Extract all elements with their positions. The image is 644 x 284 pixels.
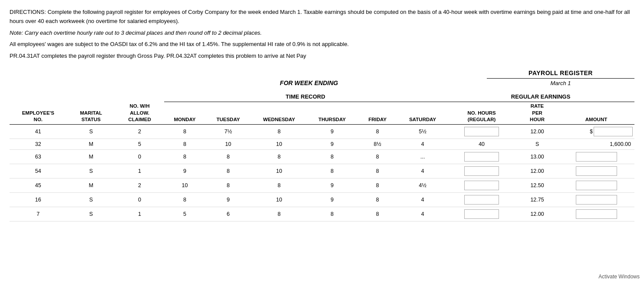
hours-input[interactable]: [464, 181, 499, 190]
cell-value: 8: [376, 129, 379, 135]
hours-input[interactable]: [464, 166, 499, 176]
input-cell[interactable]: [558, 164, 634, 178]
hours-input[interactable]: [464, 152, 499, 162]
data-cell: 10: [251, 139, 307, 149]
amount-input[interactable]: [594, 127, 633, 136]
amount-input[interactable]: [576, 152, 617, 162]
directions-line4: PR.04.31AT completes the payroll registe…: [10, 52, 634, 61]
input-cell[interactable]: [558, 192, 634, 207]
input-cell[interactable]: [447, 149, 516, 164]
input-cell[interactable]: [558, 149, 634, 164]
input-cell[interactable]: [447, 178, 516, 192]
data-cell: 8: [164, 192, 206, 207]
data-cell: 9: [307, 178, 357, 192]
data-cell: 8: [205, 178, 251, 192]
input-cell[interactable]: [447, 192, 516, 207]
regular-earnings-header: REGULAR EARNINGS: [447, 91, 634, 102]
data-cell: S: [67, 192, 116, 207]
data-cell: 8: [357, 178, 398, 192]
data-cell: 10: [164, 178, 206, 192]
cell-value: 8: [277, 182, 281, 188]
payroll-table: TIME RECORD REGULAR EARNINGS EMPLOYEE'SN…: [10, 91, 634, 221]
input-cell[interactable]: [447, 207, 516, 221]
payroll-register-title: PAYROLL REGISTER: [487, 69, 634, 76]
cell-value: 8½: [374, 141, 381, 147]
cell-value: 0: [138, 154, 141, 160]
table-row: 41S287½8985½12.00$: [10, 125, 634, 139]
cell-value: 1: [138, 211, 141, 217]
col-thursday: THURSDAY: [307, 102, 357, 124]
data-cell: S: [67, 164, 116, 178]
directions-line2: Note: Carry each overtime hourly rate ou…: [10, 29, 634, 38]
table-body: 41S287½8985½12.00$32M58101098½440S1,600.…: [10, 125, 634, 221]
column-header-row: EMPLOYEE'SNO. MARITALSTATUS NO. W/HALLOW…: [10, 102, 634, 124]
cell-value: 5: [183, 211, 186, 217]
header-section: FOR WEEK ENDING PAYROLL REGISTER March 1: [10, 69, 634, 86]
data-cell: 32: [10, 139, 67, 149]
data-cell: 8: [357, 125, 398, 139]
cell-value: 9: [330, 141, 334, 147]
amount-input[interactable]: [576, 166, 617, 176]
cell-value: 8: [183, 141, 186, 147]
hours-input[interactable]: [464, 209, 499, 219]
cell-value: 5½: [419, 129, 426, 135]
cell-value: 40: [479, 141, 485, 147]
cell-value: 63: [35, 154, 41, 160]
col-emp-no: EMPLOYEE'SNO.: [10, 102, 67, 124]
dollar-prefix: $: [590, 129, 594, 135]
directions-line3: All employees' wages are subject to the …: [10, 40, 634, 49]
amount-input[interactable]: [576, 181, 617, 190]
data-cell: M: [67, 178, 116, 192]
data-cell: 10: [251, 192, 307, 207]
data-cell: 7½: [205, 125, 251, 139]
data-cell: 8: [251, 149, 307, 164]
cell-value: S: [89, 168, 92, 174]
cell-value: 10: [276, 197, 282, 203]
data-cell: 4: [398, 192, 447, 207]
data-cell: 12.75: [516, 192, 558, 207]
data-cell: 8: [251, 125, 307, 139]
cell-value: M: [89, 141, 93, 147]
data-cell: 4: [398, 164, 447, 178]
data-cell: 54: [10, 164, 67, 178]
input-cell[interactable]: [558, 207, 634, 221]
cell-value: 4: [421, 211, 424, 217]
cell-value: 9: [183, 168, 186, 174]
data-cell: 63: [10, 149, 67, 164]
cell-value: 8: [183, 129, 186, 135]
cell-value: 9: [330, 182, 334, 188]
col-friday: FRIDAY: [357, 102, 398, 124]
col-no-hours: NO. HOURS(REGULAR): [447, 102, 516, 124]
cell-value: 4: [421, 197, 424, 203]
cell-value: S: [89, 197, 92, 203]
table-row: 32M58101098½440S1,600.00: [10, 139, 634, 149]
time-record-header: TIME RECORD: [164, 91, 447, 102]
data-cell: 2: [116, 125, 164, 139]
hours-input[interactable]: [464, 195, 499, 205]
cell-value: 10: [225, 141, 231, 147]
data-cell: ...: [398, 149, 447, 164]
data-cell: 45: [10, 178, 67, 192]
cell-value: 10: [276, 168, 282, 174]
amount-input[interactable]: [576, 209, 617, 219]
cell-value: 8: [227, 154, 230, 160]
data-cell: 5: [116, 139, 164, 149]
hours-input[interactable]: [464, 127, 499, 136]
data-cell: 8: [357, 149, 398, 164]
data-cell: 4: [398, 207, 447, 221]
amount-value: 1,600.00: [610, 141, 631, 147]
section-header-row: TIME RECORD REGULAR EARNINGS: [10, 91, 634, 102]
cell-value: 12.00: [530, 211, 544, 217]
data-cell: 8: [251, 207, 307, 221]
data-cell: 8: [164, 125, 206, 139]
data-cell: 7: [10, 207, 67, 221]
input-cell[interactable]: [447, 164, 516, 178]
data-cell: 10: [251, 164, 307, 178]
input-cell[interactable]: [447, 125, 516, 139]
cell-value: 8: [183, 197, 186, 203]
data-cell: 4: [398, 139, 447, 149]
amount-input[interactable]: [576, 195, 617, 205]
col-monday: MONDAY: [164, 102, 206, 124]
input-cell[interactable]: $: [558, 125, 634, 139]
input-cell[interactable]: [558, 178, 634, 192]
